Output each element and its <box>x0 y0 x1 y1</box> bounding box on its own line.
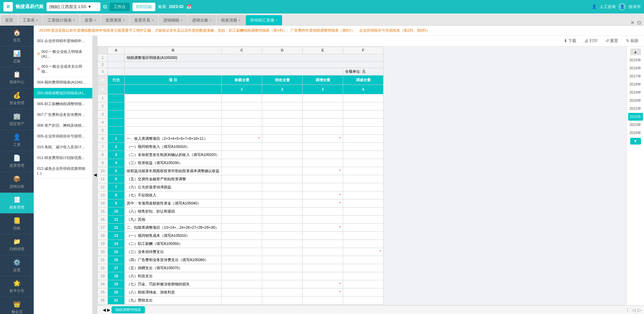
cell-13[interactable] <box>262 191 303 199</box>
cell-24[interactable]: 24 <box>98 280 108 288</box>
cell-24[interactable] <box>343 280 384 288</box>
cell-22[interactable]: 22 <box>98 264 108 272</box>
close-window-icon[interactable]: ✕ <box>631 20 635 25</box>
support-label[interactable]: 人工咨询 <box>600 4 616 10</box>
cell-6[interactable] <box>343 134 384 143</box>
cell-18[interactable] <box>262 231 303 240</box>
year-item-2015年[interactable]: 2015年 <box>628 56 643 64</box>
sidebar-item-资金管理[interactable]: 💰资金管理 <box>0 88 34 109</box>
year-item-2017年[interactable]: 2017年 <box>628 72 643 80</box>
cell-15[interactable] <box>262 207 303 215</box>
tab-税表清册[interactable]: 税表清册× <box>217 15 245 25</box>
cell-17[interactable]: 12 <box>108 223 125 231</box>
item-cell-10[interactable]: 按权益法核算长期股权投资对初始投资成本调整确认收益 <box>125 167 222 175</box>
table-row[interactable]: 2015（三）业务招待费支出* <box>98 248 384 256</box>
cell-24[interactable]: * <box>303 280 343 288</box>
table-row[interactable]: 2520（八）税收滞纳金、加收利息* <box>98 288 384 296</box>
tab-工资统计报表[interactable]: 工资统计报表× <box>43 15 80 25</box>
bottom-tab-0[interactable]: 纳税调整明细表 <box>112 306 145 313</box>
cell-4[interactable] <box>303 118 343 126</box>
cell-11[interactable] <box>262 175 303 183</box>
cell-6[interactable]: 6 <box>98 134 108 143</box>
scroll-prev-icon[interactable]: ◁ <box>632 307 636 313</box>
cell-26[interactable] <box>303 296 343 304</box>
cell-15[interactable] <box>303 207 343 215</box>
year-item-2016年[interactable]: 2016年 <box>628 64 643 72</box>
download-button[interactable]: ⬇ 下载 <box>562 37 578 44</box>
cell-19[interactable]: 14 <box>108 240 125 248</box>
cell-17[interactable] <box>343 223 384 231</box>
item-cell-6[interactable]: 一、收入类调整项目（2+3+4+5+6+7+8+10+11） <box>125 134 222 143</box>
cell-4[interactable] <box>262 118 303 126</box>
item-cell-19[interactable]: （二）职工薪酬（填写A105050） <box>125 240 222 248</box>
cell-18[interactable]: 13 <box>108 231 125 240</box>
left-nav-item-7[interactable]: 008-资产折旧、摊销及纳税... <box>34 120 92 131</box>
table-row[interactable]: 5 <box>98 126 384 134</box>
item-cell-8[interactable]: （二）未按权责发生制原则确认的收入（填写A105020） <box>125 151 222 159</box>
left-nav-item-9[interactable]: 010-免税、减计收入及加计... <box>34 142 92 153</box>
cell-17[interactable] <box>222 223 262 231</box>
cell-14[interactable]: 14 <box>98 199 108 207</box>
cell-21[interactable] <box>343 256 384 264</box>
table-row[interactable]: 2 <box>98 102 384 110</box>
cell-20[interactable] <box>222 248 262 256</box>
cell-12[interactable] <box>343 183 384 191</box>
cell-22[interactable] <box>262 264 303 272</box>
cell-3[interactable] <box>222 110 262 118</box>
cell-3[interactable] <box>343 110 384 118</box>
table-row[interactable]: 1813（一）视同销售成本（填写A105010） <box>98 231 384 240</box>
sidebar-item-总账[interactable]: 📊总账 <box>0 46 34 67</box>
sidebar-item-畅会员[interactable]: 👑畅会员 <box>0 297 34 314</box>
year-item-2024年[interactable]: 2024年 <box>628 129 643 137</box>
cell-18[interactable] <box>303 231 343 240</box>
cell-22[interactable] <box>303 264 343 272</box>
table-row[interactable]: 1 <box>98 94 384 102</box>
cell-9[interactable] <box>343 159 384 167</box>
cell-26[interactable] <box>262 296 303 304</box>
left-nav-item-8[interactable]: 009-企业所得税弥补亏损明... <box>34 131 92 142</box>
year-nav-down[interactable]: ▼ <box>630 138 641 145</box>
item-cell-17[interactable]: 二、扣除类调整项目（13+14+...24+26+27+28+29+30） <box>125 223 222 231</box>
workbench-button[interactable]: 工作台 <box>110 3 130 11</box>
cell-13[interactable]: 13 <box>98 191 108 199</box>
item-cell-16[interactable]: （九）其他 <box>125 215 222 223</box>
cell-12[interactable] <box>303 183 343 191</box>
cell-8[interactable] <box>222 151 262 159</box>
cell-23[interactable] <box>343 272 384 280</box>
cell-2[interactable] <box>303 102 343 110</box>
year-item-2018年[interactable]: 2018年 <box>628 81 643 88</box>
cell-16[interactable]: 11 <box>108 215 125 223</box>
cell-1[interactable] <box>108 94 125 102</box>
cell-1[interactable] <box>343 94 384 102</box>
cell-15[interactable] <box>222 207 262 215</box>
scroll-left-icon[interactable]: ◀ <box>103 308 106 312</box>
left-nav-item-10[interactable]: 011-研发费用加计扣除优惠... <box>34 153 92 163</box>
cell-4[interactable] <box>108 118 125 126</box>
sidebar-item-工资[interactable]: 👤工资 <box>0 130 34 151</box>
item-cell-3[interactable] <box>125 110 222 118</box>
cell-6[interactable]: * <box>303 134 343 143</box>
item-cell-7[interactable]: （一）视同销售收入（填写A105010） <box>125 143 222 151</box>
cell-19[interactable] <box>303 240 343 248</box>
cell-21[interactable] <box>303 256 343 264</box>
maximize-icon[interactable]: ⊡ <box>637 20 641 25</box>
cell-2[interactable] <box>262 102 303 110</box>
left-nav-item-5[interactable]: 006-职工薪酬纳税调整明细... <box>34 99 92 109</box>
cell-12[interactable] <box>222 183 262 191</box>
table-row[interactable]: 2621（九）赞助支出 <box>98 296 384 304</box>
year-item-2021年[interactable]: 2021年 <box>628 105 643 113</box>
print-button[interactable]: 🖨 打印 <box>582 37 600 44</box>
cell-3[interactable]: 3 <box>98 110 108 118</box>
tab-close-icon[interactable]: × <box>123 19 125 22</box>
cell-2[interactable] <box>108 102 125 110</box>
cell-12[interactable] <box>262 183 303 191</box>
scroll-right-icon[interactable]: ▶ <box>107 308 110 312</box>
cell-21[interactable]: 21 <box>98 256 108 264</box>
sidebar-item-新手引导[interactable]: 🌟新手引导 <box>0 276 34 297</box>
table-row[interactable]: 4 <box>98 118 384 126</box>
cell-26[interactable]: 26 <box>98 296 108 304</box>
item-cell-1[interactable] <box>125 94 222 102</box>
cell-5[interactable] <box>222 126 262 134</box>
cell-11[interactable] <box>222 175 262 183</box>
cell-26[interactable] <box>343 296 384 304</box>
